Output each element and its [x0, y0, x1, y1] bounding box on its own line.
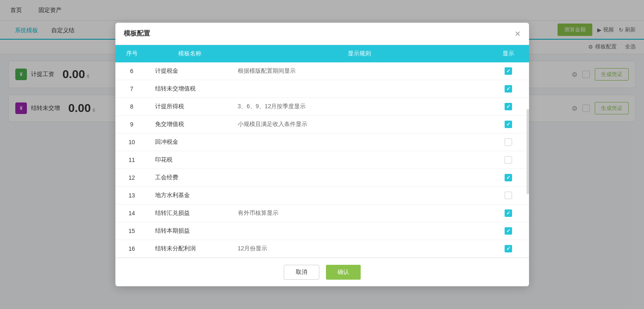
table-row: 16结转未分配利润12月份显示 — [115, 240, 529, 258]
cell-id-4: 10 — [115, 133, 148, 151]
cell-check-6 — [488, 169, 529, 187]
cell-name-4: 回冲税金 — [148, 133, 231, 151]
modal-close-button[interactable]: ✕ — [515, 30, 521, 38]
cell-check-8 — [488, 204, 529, 222]
cell-check-5 — [488, 151, 529, 169]
table-row: 6计提税金根据模版配置期间显示 — [115, 62, 529, 80]
checkbox-checked-0[interactable] — [505, 67, 512, 75]
cell-rule-9 — [231, 222, 488, 240]
cell-id-8: 14 — [115, 204, 148, 222]
cancel-button[interactable]: 取消 — [284, 265, 319, 280]
cell-rule-10: 12月份显示 — [231, 240, 488, 258]
cell-id-7: 13 — [115, 187, 148, 204]
checkbox-checked-6[interactable] — [505, 174, 512, 181]
col-header-name: 模板名称 — [148, 45, 231, 62]
cell-rule-0: 根据模版配置期间显示 — [231, 62, 488, 80]
template-config-modal: 模板配置 ✕ 序号 模板名称 显示规则 显示 6计提税金根据模版配置期间显示7结… — [115, 23, 529, 286]
modal-title: 模板配置 — [124, 29, 150, 38]
cell-id-10: 16 — [115, 240, 148, 258]
checkbox-unchecked-7[interactable] — [505, 192, 512, 199]
col-header-display: 显示 — [488, 45, 529, 62]
cell-rule-5 — [231, 151, 488, 169]
modal-body: 序号 模板名称 显示规则 显示 6计提税金根据模版配置期间显示7结转未交增值税8… — [115, 45, 529, 258]
checkbox-checked-10[interactable] — [505, 245, 512, 252]
cell-id-5: 11 — [115, 151, 148, 169]
table-row: 14结转汇兑损益有外币核算显示 — [115, 204, 529, 222]
cell-name-6: 工会经费 — [148, 169, 231, 187]
table-row: 11印花税 — [115, 151, 529, 169]
table-row: 8计提所得税3、6、9、12月按季度显示 — [115, 98, 529, 116]
col-header-rule: 显示规则 — [231, 45, 488, 62]
modal-header: 模板配置 ✕ — [115, 23, 529, 45]
table-row: 15结转本期损益 — [115, 222, 529, 240]
checkbox-unchecked-4[interactable] — [505, 138, 512, 146]
cell-check-10 — [488, 240, 529, 258]
cell-rule-2: 3、6、9、12月按季度显示 — [231, 98, 488, 116]
modal-overlay: 模板配置 ✕ 序号 模板名称 显示规则 显示 6计提税金根据模版配置期间显示7结… — [0, 0, 644, 309]
confirm-button[interactable]: 确认 — [326, 265, 361, 280]
config-table: 序号 模板名称 显示规则 显示 6计提税金根据模版配置期间显示7结转未交增值税8… — [115, 45, 529, 258]
checkbox-checked-9[interactable] — [505, 227, 512, 235]
cell-check-7 — [488, 187, 529, 204]
cell-rule-6 — [231, 169, 488, 187]
checkbox-checked-2[interactable] — [505, 103, 512, 110]
table-row: 9免交增值税小规模且满足收入条件显示 — [115, 116, 529, 133]
cell-name-5: 印花税 — [148, 151, 231, 169]
cell-name-3: 免交增值税 — [148, 116, 231, 133]
checkbox-checked-1[interactable] — [505, 85, 512, 93]
cell-rule-1 — [231, 80, 488, 98]
cell-name-8: 结转汇兑损益 — [148, 204, 231, 222]
checkbox-checked-8[interactable] — [505, 209, 512, 217]
cell-name-1: 结转未交增值税 — [148, 80, 231, 98]
table-row: 12工会经费 — [115, 169, 529, 187]
table-row: 10回冲税金 — [115, 133, 529, 151]
cell-name-2: 计提所得税 — [148, 98, 231, 116]
cell-name-9: 结转本期损益 — [148, 222, 231, 240]
cell-check-2 — [488, 98, 529, 116]
cell-name-0: 计提税金 — [148, 62, 231, 80]
col-header-id: 序号 — [115, 45, 148, 62]
cell-rule-3: 小规模且满足收入条件显示 — [231, 116, 488, 133]
cell-id-2: 8 — [115, 98, 148, 116]
table-row: 13地方水利基金 — [115, 187, 529, 204]
cell-id-6: 12 — [115, 169, 148, 187]
cell-id-0: 6 — [115, 62, 148, 80]
modal-footer: 取消 确认 — [115, 258, 529, 286]
cell-name-7: 地方水利基金 — [148, 187, 231, 204]
cell-check-1 — [488, 80, 529, 98]
cell-rule-7 — [231, 187, 488, 204]
table-row: 7结转未交增值税 — [115, 80, 529, 98]
checkbox-checked-3[interactable] — [505, 121, 512, 128]
table-header-row: 序号 模板名称 显示规则 显示 — [115, 45, 529, 62]
cell-id-9: 15 — [115, 222, 148, 240]
checkbox-unchecked-5[interactable] — [505, 156, 512, 164]
cell-id-1: 7 — [115, 80, 148, 98]
cell-check-0 — [488, 62, 529, 80]
cell-id-3: 9 — [115, 116, 148, 133]
scrollbar-thumb[interactable] — [527, 109, 529, 194]
cell-check-4 — [488, 133, 529, 151]
cell-check-3 — [488, 116, 529, 133]
cell-check-9 — [488, 222, 529, 240]
cell-name-10: 结转未分配利润 — [148, 240, 231, 258]
cell-rule-8: 有外币核算显示 — [231, 204, 488, 222]
cell-rule-4 — [231, 133, 488, 151]
